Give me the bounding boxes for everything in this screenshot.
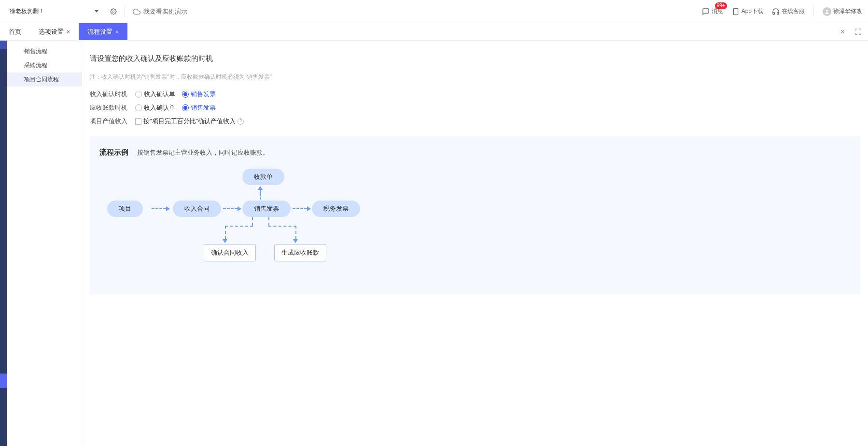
node-income-contract: 收入合同 <box>173 201 221 217</box>
headset-icon <box>772 8 780 15</box>
divider <box>813 7 814 16</box>
phone-icon <box>732 8 740 15</box>
dashed-line <box>268 226 296 227</box>
close-all-icon[interactable]: × <box>838 28 848 36</box>
main-nav-strip[interactable] <box>0 41 7 446</box>
tab-home[interactable]: 首页 <box>0 23 30 40</box>
setting-label: 收入确认时机 <box>90 90 128 99</box>
support-link[interactable]: 在线客服 <box>772 7 805 15</box>
dashed-line <box>252 217 253 226</box>
radio-icon <box>135 104 142 111</box>
help-icon[interactable]: ? <box>238 118 244 125</box>
divider <box>125 7 125 16</box>
download-text: App下载 <box>742 7 763 15</box>
messages-link[interactable]: 消息 99+ <box>702 7 723 15</box>
sidebar-item-project[interactable]: 项目合同流程 <box>7 72 82 86</box>
checkbox-text: 按"项目完工百分比"确认产值收入 <box>143 117 236 126</box>
dashed-line <box>225 226 226 239</box>
top-right: 消息 99+ App下载 在线客服 徐泽华修改 <box>702 7 862 16</box>
dashed-line <box>268 217 269 226</box>
arrow-right-icon <box>152 206 170 211</box>
demo-link[interactable]: 我要看实例演示 <box>133 7 187 16</box>
top-header: 徐老板勿删！ 我要看实例演示 消息 99+ App下载 在线客服 <box>0 0 868 23</box>
workspace-select[interactable]: 徐老板勿删！ <box>6 5 102 17</box>
node-tax-invoice: 税务发票 <box>312 201 360 217</box>
sidebar-item-sales[interactable]: 销售流程 <box>7 44 82 58</box>
radio-text: 销售发票 <box>191 90 216 99</box>
radio-icon <box>135 91 142 98</box>
tab-label: 选项设置 <box>39 28 64 36</box>
setting-income-timing: 收入确认时机 收入确认单 销售发票 <box>90 90 860 99</box>
arrow-down-icon <box>223 239 227 243</box>
download-link[interactable]: App下载 <box>732 7 763 15</box>
radio-sale-invoice[interactable]: 销售发票 <box>182 103 216 112</box>
svg-point-3 <box>826 10 828 12</box>
close-icon[interactable]: × <box>67 29 70 35</box>
setting-label: 应收账款时机 <box>90 103 128 112</box>
radio-confirm-doc[interactable]: 收入确认单 <box>135 90 175 99</box>
setting-label: 项目产值收入 <box>90 117 128 126</box>
node-project: 项目 <box>107 201 143 217</box>
dashed-line <box>225 226 253 227</box>
flow-title: 流程示例 <box>99 148 128 157</box>
arrow-down-icon <box>293 239 298 243</box>
flow-diagram: 收款单 项目 收入合同 销售发票 税务发票 <box>99 169 851 275</box>
svg-rect-1 <box>733 8 738 14</box>
tab-process[interactable]: 流程设置 × <box>79 23 127 40</box>
tab-label: 流程设置 <box>87 28 112 36</box>
radio-confirm-doc[interactable]: 收入确认单 <box>135 103 175 112</box>
tabs-actions: × ⛶ <box>838 23 864 40</box>
tab-options[interactable]: 选项设置 × <box>30 23 79 40</box>
svg-point-0 <box>112 11 114 13</box>
page-title: 请设置您的收入确认及应收账款的时机 <box>90 54 860 63</box>
node-gen-ar: 生成应收账款 <box>274 244 326 261</box>
demo-link-text: 我要看实例演示 <box>143 7 187 16</box>
note-text: 注：收入确认时机为"销售发票"时，应收账款确认时机必须为"销售发票" <box>90 73 860 81</box>
node-confirm-income: 确认合同收入 <box>204 244 256 261</box>
expand-icon[interactable]: ⛶ <box>852 28 864 36</box>
chevron-down-icon <box>95 10 98 13</box>
gear-icon[interactable] <box>110 8 117 15</box>
close-icon[interactable]: × <box>115 29 119 35</box>
radio-icon <box>182 104 189 111</box>
checkbox-percent-complete[interactable]: 按"项目完工百分比"确认产值收入 ? <box>135 117 244 126</box>
setting-ar-timing: 应收账款时机 收入确认单 销售发票 <box>90 103 860 112</box>
cloud-icon <box>133 8 140 15</box>
tabs-bar: 首页 选项设置 × 流程设置 × × ⛶ <box>0 23 868 41</box>
chat-icon <box>702 8 710 15</box>
arrow-right-icon <box>293 206 311 211</box>
radio-icon <box>182 91 189 98</box>
top-left: 徐老板勿删！ 我要看实例演示 <box>6 5 187 17</box>
node-receipt: 收款单 <box>242 169 284 185</box>
tab-label: 首页 <box>9 28 21 36</box>
flow-desc: 按销售发票记主营业务收入，同时记应收账款。 <box>137 148 269 157</box>
support-text: 在线客服 <box>782 7 805 15</box>
user-name: 徐泽华修改 <box>833 7 862 15</box>
user-menu[interactable]: 徐泽华修改 <box>823 7 862 16</box>
checkbox-icon <box>135 118 141 125</box>
main-content: 请设置您的收入确认及应收账款的时机 注：收入确认时机为"销售发票"时，应收账款确… <box>82 41 868 446</box>
dashed-line <box>295 226 296 239</box>
radio-text: 收入确认单 <box>144 90 175 99</box>
sidebar-item-purchase[interactable]: 采购流程 <box>7 58 82 72</box>
workspace-name: 徐老板勿删！ <box>10 7 44 15</box>
avatar-icon <box>823 7 831 16</box>
radio-text: 销售发票 <box>191 103 216 112</box>
setting-project-value: 项目产值收入 按"项目完工百分比"确认产值收入 ? <box>90 117 860 126</box>
arrow-up-icon <box>258 186 263 200</box>
radio-sale-invoice[interactable]: 销售发票 <box>182 90 216 99</box>
flow-header: 流程示例 按销售发票记主营业务收入，同时记应收账款。 <box>99 148 851 157</box>
node-sale-invoice: 销售发票 <box>242 201 291 217</box>
messages-badge: 99+ <box>715 2 727 9</box>
sub-sidebar: 销售流程 采购流程 项目合同流程 <box>7 41 82 446</box>
flow-panel: 流程示例 按销售发票记主营业务收入，同时记应收账款。 收款单 项目 收入合同 销… <box>90 136 860 294</box>
radio-text: 收入确认单 <box>144 103 175 112</box>
page-body: 销售流程 采购流程 项目合同流程 请设置您的收入确认及应收账款的时机 注：收入确… <box>0 41 868 446</box>
arrow-right-icon <box>223 206 241 211</box>
